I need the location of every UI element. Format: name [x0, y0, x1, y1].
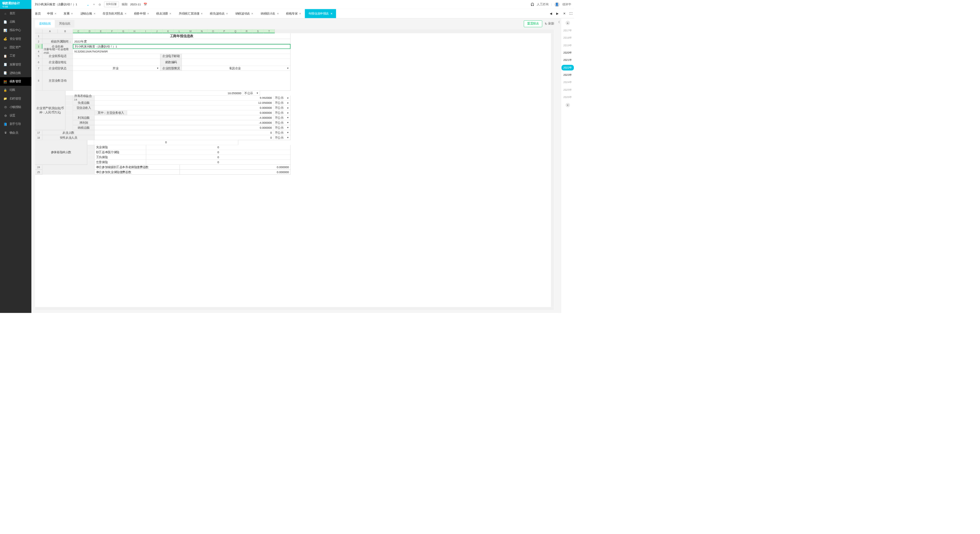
col-header[interactable]: R	[241, 29, 252, 33]
email-cell[interactable]	[182, 54, 291, 59]
cell[interactable]	[42, 170, 95, 175]
cell[interactable]: 生育保险	[95, 160, 146, 165]
sidebar-item-9[interactable]: 🔒结账	[0, 86, 31, 94]
sidebar-item-14[interactable]: ♛畅会员	[0, 128, 31, 137]
holding-select[interactable]: 私营企业▼	[182, 66, 291, 71]
row-number[interactable]: 6	[35, 59, 42, 66]
tab-next[interactable]: ▶	[554, 9, 561, 18]
tab-9[interactable]: 纳税统计表✕	[257, 9, 283, 18]
col-header[interactable]: A	[42, 29, 58, 33]
avatar[interactable]: 👤	[555, 2, 560, 7]
cell[interactable]: 净利润	[73, 120, 95, 125]
chevron-down-icon[interactable]: ⌄	[87, 2, 90, 7]
period-cell[interactable]: 2022年度	[73, 39, 290, 44]
close-icon[interactable]: ✕	[124, 12, 127, 15]
col-header[interactable]: C	[73, 29, 84, 33]
cell[interactable]	[42, 33, 73, 39]
reset-button[interactable]: 重置报表	[524, 20, 542, 27]
close-icon[interactable]: ✕	[277, 12, 279, 15]
publish-select[interactable]: 不公示▼	[273, 101, 291, 106]
tab-prev[interactable]: ◀	[547, 9, 554, 18]
asset-value[interactable]: 0.000000	[95, 105, 273, 110]
cell[interactable]: 职工基本医疗保险	[95, 150, 146, 155]
row-number[interactable]: 2	[35, 39, 42, 44]
add-icon[interactable]: ＋	[92, 2, 96, 7]
row-number[interactable]: 17	[35, 130, 42, 135]
col-header[interactable]: G	[118, 29, 129, 33]
base-value[interactable]: 0.000000	[180, 165, 291, 170]
publish-select[interactable]: 不公示▼	[273, 115, 291, 120]
asset-value[interactable]: 9.992000	[95, 96, 273, 101]
scrollbar-vertical[interactable]	[551, 33, 554, 307]
publish-select[interactable]: 不公示▼	[273, 105, 291, 110]
tab-2[interactable]: 进销台账✕	[77, 9, 99, 18]
col-header[interactable]: O	[207, 29, 219, 33]
sidebar-item-7[interactable]: 📑进销台账	[0, 69, 31, 77]
asset-value[interactable]: 0.000000	[95, 125, 273, 130]
tab-1[interactable]: 发票✕	[60, 9, 77, 18]
sidebar-item-13[interactable]: 📘新手引导	[0, 120, 31, 128]
tab-6[interactable]: 所得税汇算清缴✕	[175, 9, 206, 18]
fullscreen-icon[interactable]: ⛶	[568, 9, 575, 18]
consult-link[interactable]: 人工咨询	[537, 2, 548, 7]
cell[interactable]: 单位参加失业保险缴费基数	[95, 170, 180, 175]
year-item[interactable]: 2020年	[562, 50, 574, 56]
year-item[interactable]: 2023年	[562, 72, 574, 78]
cell[interactable]: 企业控股情况	[160, 66, 182, 71]
publish-select[interactable]: 不公示▼	[273, 120, 291, 125]
account-selector[interactable]: 刘小艳演示账套（勿删勿动！）1	[35, 2, 77, 7]
row-number[interactable]: 7	[35, 66, 42, 71]
insurance-value[interactable]: 0	[146, 150, 291, 155]
tab-4[interactable]: 税务申报✕	[130, 9, 153, 18]
tab-10[interactable]: 税检专家✕	[283, 9, 305, 18]
close-icon[interactable]: ✕	[299, 12, 301, 15]
tab-home[interactable]: 首页	[31, 9, 44, 18]
row-number[interactable]: 25	[35, 170, 42, 175]
col-header[interactable]: F	[106, 29, 118, 33]
year-down-icon[interactable]: ▼	[565, 103, 570, 107]
col-header[interactable]: N	[196, 29, 207, 33]
asset-value[interactable]: -4.000000	[95, 115, 273, 120]
col-header[interactable]: M	[185, 29, 196, 33]
switch-old-button[interactable]: 切到旧版	[104, 2, 119, 7]
tab-3[interactable]: 存货别名对照表✕	[99, 9, 130, 18]
row-number[interactable]: 8	[35, 71, 42, 91]
cell[interactable]: 工伤保险	[95, 155, 146, 160]
insurance-value[interactable]: 0	[146, 160, 291, 165]
close-icon[interactable]: ✕	[169, 12, 172, 15]
cell[interactable]: 单位参加城镇职工基本养老保险缴费基数	[95, 165, 180, 170]
sidebar-item-11[interactable]: ◎小畅报销	[0, 103, 31, 111]
addr-cell[interactable]	[73, 59, 160, 66]
employees-cell[interactable]: 0	[95, 130, 273, 135]
cell[interactable]: 企业经营状态	[42, 66, 73, 71]
close-icon[interactable]: ✕	[147, 12, 149, 15]
phone-cell[interactable]	[73, 54, 160, 59]
period-value[interactable]: 2023-11	[130, 3, 141, 6]
gear-icon[interactable]: ⚙	[98, 3, 101, 6]
close-icon[interactable]: ✕	[251, 12, 253, 15]
cell[interactable]: 主营业务活动	[42, 71, 73, 91]
col-header[interactable]: Q	[230, 29, 241, 33]
row-number[interactable]: 18	[35, 135, 42, 140]
sidebar-item-5[interactable]: 📋工资	[0, 52, 31, 60]
user-name[interactable]: 徐泽华	[562, 2, 571, 7]
base-value[interactable]: 0.000000	[180, 170, 291, 175]
row-number[interactable]: 5	[35, 54, 42, 59]
publish-select[interactable]: 不公示▼	[273, 135, 291, 140]
sidebar-item-10[interactable]: 📁归档管理	[0, 94, 31, 103]
insurance-value[interactable]: 0	[146, 155, 291, 160]
col-header[interactable]: T	[264, 29, 275, 33]
publish-select[interactable]: 不公示▼	[273, 110, 291, 115]
col-header[interactable]: K	[163, 29, 174, 33]
publish-select[interactable]: 不公示▼	[273, 130, 291, 135]
cell[interactable]: 女性从业人员	[42, 135, 95, 140]
cell[interactable]: 注册号/统一社会信用代码	[42, 49, 73, 54]
cell[interactable]	[42, 165, 95, 170]
publish-select[interactable]: 不公示▼	[273, 125, 291, 130]
refresh-button[interactable]: ↻ 刷新	[545, 22, 554, 26]
asset-value[interactable]: 12.050000	[95, 101, 273, 106]
cell[interactable]: 营业总收入	[73, 105, 95, 110]
col-header[interactable]: J	[152, 29, 163, 33]
tab-5[interactable]: 税表清册✕	[153, 9, 175, 18]
sidebar-item-1[interactable]: 📄总账	[0, 18, 31, 26]
